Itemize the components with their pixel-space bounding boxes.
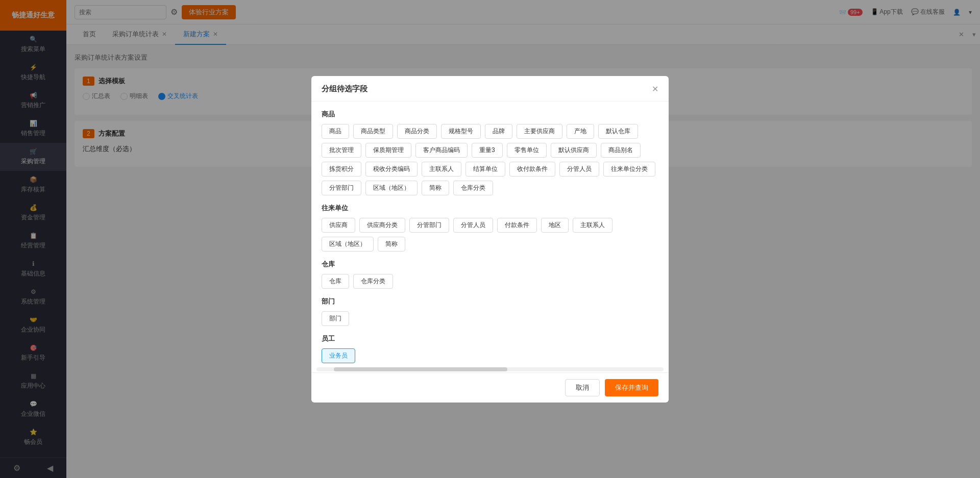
field-tag-warehouse-cat[interactable]: 仓库分类	[353, 274, 393, 289]
field-tag-pick-points[interactable]: 拣货积分	[322, 162, 361, 177]
field-tag-supplier-cat[interactable]: 供应商分类	[359, 218, 405, 233]
section-product: 商品 商品 商品类型 商品分类 规格型号 品牌 主要供应商 产地 默认仓库 批次…	[322, 110, 658, 195]
field-tag-warehouse[interactable]: 仓库	[322, 274, 349, 289]
field-tag-shelf-life[interactable]: 保质期管理	[365, 143, 411, 158]
field-tag-partner-person[interactable]: 分管人员	[453, 218, 493, 233]
modal-hscroll-area[interactable]	[311, 365, 669, 372]
field-tag-warehouse-category[interactable]: 仓库分类	[453, 181, 493, 195]
field-tag-batch-mgmt[interactable]: 批次管理	[322, 143, 361, 158]
field-tag-dept-managed[interactable]: 分管部门	[322, 181, 361, 195]
field-tag-main-supplier[interactable]: 主要供应商	[517, 124, 562, 139]
modal-field-selector: 分组待选字段 ✕ 商品 商品 商品类型 商品分类 规格型号 品牌 主要供应商 产…	[311, 76, 669, 402]
field-tag-weight3[interactable]: 重量3	[472, 143, 503, 158]
field-tag-default-supplier[interactable]: 默认供应商	[551, 143, 597, 158]
section-dept: 部门 部门	[322, 297, 658, 326]
field-tag-main-contact[interactable]: 主联系人	[422, 162, 461, 177]
section-warehouse-title: 仓库	[322, 260, 658, 269]
cancel-button[interactable]: 取消	[565, 379, 600, 396]
field-tag-payment-terms[interactable]: 收付款条件	[509, 162, 555, 177]
field-tag-product[interactable]: 商品	[322, 124, 349, 139]
field-tag-region2[interactable]: 区域（地区）	[322, 237, 374, 251]
field-tag-main-contact2[interactable]: 主联系人	[573, 218, 612, 233]
employee-field-tags: 业务员	[322, 348, 658, 363]
field-tag-brand[interactable]: 品牌	[485, 124, 512, 139]
field-tag-origin[interactable]: 产地	[567, 124, 594, 139]
section-warehouse: 仓库 仓库 仓库分类	[322, 260, 658, 289]
modal-overlay: 分组待选字段 ✕ 商品 商品 商品类型 商品分类 规格型号 品牌 主要供应商 产…	[0, 0, 980, 478]
section-product-title: 商品	[322, 110, 658, 119]
field-tag-product-alias[interactable]: 商品别名	[601, 143, 641, 158]
modal-close-icon[interactable]: ✕	[652, 84, 658, 94]
modal-hscrollbar-thumb[interactable]	[334, 367, 507, 371]
field-tag-supplier[interactable]: 供应商	[322, 218, 355, 233]
section-partner-title: 往来单位	[322, 204, 658, 213]
field-tag-salesperson[interactable]: 业务员	[322, 348, 355, 363]
section-employee-title: 员工	[322, 334, 658, 343]
field-tag-supervisor[interactable]: 分管人员	[559, 162, 599, 177]
partner-field-tags: 供应商 供应商分类 分管部门 分管人员 付款条件 地区 主联系人 区域（地区） …	[322, 218, 658, 251]
section-employee: 员工 业务员	[322, 334, 658, 363]
warehouse-field-tags: 仓库 仓库分类	[322, 274, 658, 289]
field-tag-short-name[interactable]: 简称	[422, 181, 449, 195]
section-partner: 往来单位 供应商 供应商分类 分管部门 分管人员 付款条件 地区 主联系人 区域…	[322, 204, 658, 251]
field-tag-tax-code[interactable]: 税收分类编码	[365, 162, 418, 177]
field-tag-customer-code[interactable]: 客户商品编码	[415, 143, 468, 158]
field-tag-spec-model[interactable]: 规格型号	[441, 124, 481, 139]
confirm-button[interactable]: 保存并查询	[605, 379, 658, 396]
dept-field-tags: 部门	[322, 311, 658, 326]
field-tag-pay-condition[interactable]: 付款条件	[497, 218, 537, 233]
field-tag-product-type[interactable]: 商品类型	[353, 124, 393, 139]
field-tag-product-category[interactable]: 商品分类	[397, 124, 437, 139]
modal-body[interactable]: 商品 商品 商品类型 商品分类 规格型号 品牌 主要供应商 产地 默认仓库 批次…	[311, 102, 669, 365]
section-dept-title: 部门	[322, 297, 658, 306]
field-tag-partner-dept[interactable]: 分管部门	[409, 218, 449, 233]
field-tag-retail-unit[interactable]: 零售单位	[507, 143, 547, 158]
field-tag-dept[interactable]: 部门	[322, 311, 349, 326]
modal-hscrollbar-track	[316, 367, 664, 371]
field-tag-region[interactable]: 区域（地区）	[365, 181, 418, 195]
field-tag-settlement-unit[interactable]: 结算单位	[465, 162, 505, 177]
modal-footer: 取消 保存并查询	[311, 372, 669, 402]
modal-header: 分组待选字段 ✕	[311, 76, 669, 102]
field-tag-short-name2[interactable]: 简称	[378, 237, 405, 251]
field-tag-partner-category[interactable]: 往来单位分类	[603, 162, 655, 177]
field-tag-area[interactable]: 地区	[541, 218, 569, 233]
modal-title: 分组待选字段	[322, 84, 368, 94]
product-field-tags: 商品 商品类型 商品分类 规格型号 品牌 主要供应商 产地 默认仓库 批次管理 …	[322, 124, 658, 195]
field-tag-default-warehouse[interactable]: 默认仓库	[598, 124, 638, 139]
